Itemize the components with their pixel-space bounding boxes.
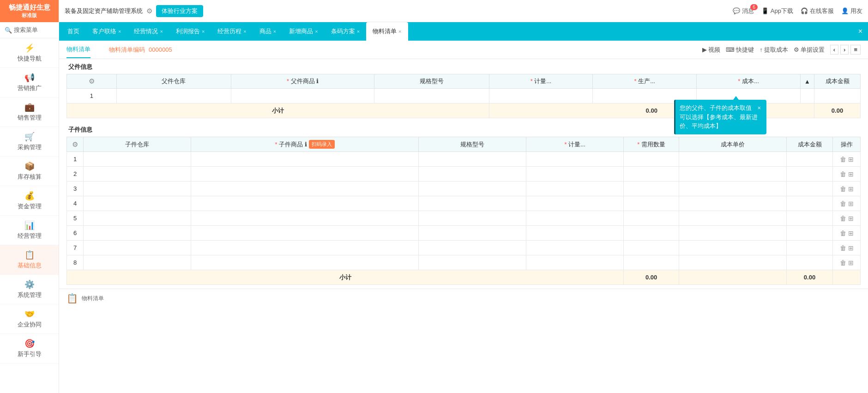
child-cell-qty-2[interactable] xyxy=(624,167,679,181)
delete-row-3[interactable]: 🗑 xyxy=(840,185,846,193)
tab-barcode-close[interactable]: × xyxy=(357,29,360,34)
tab-bom-close[interactable]: × xyxy=(398,29,401,34)
delete-row-7[interactable]: 🗑 xyxy=(840,244,846,252)
message-btn[interactable]: 💬 消息 6 xyxy=(733,7,754,15)
delete-row-5[interactable]: 🗑 xyxy=(840,215,846,222)
child-cell-warehouse-2[interactable] xyxy=(84,167,191,181)
child-cell-qty-7[interactable] xyxy=(624,241,679,255)
close-all-tabs[interactable]: × xyxy=(855,27,866,36)
child-cell-product-4[interactable] xyxy=(191,196,419,211)
parent-cell-product-1[interactable] xyxy=(231,89,374,103)
tab-barcode[interactable]: 条码方案 × xyxy=(325,22,366,41)
tab-customer[interactable]: 客户联络 × xyxy=(86,22,127,41)
copy-row-8[interactable]: ⊞ xyxy=(848,259,854,266)
copy-row-5[interactable]: ⊞ xyxy=(848,215,854,222)
action-extract-cost[interactable]: ↑ 提取成本 xyxy=(760,46,788,54)
sidebar-item-finance[interactable]: 💰 资金管理 xyxy=(0,186,59,216)
tab-profit[interactable]: 利润报告 × xyxy=(169,22,211,41)
child-cell-unit-cost-3[interactable] xyxy=(679,181,787,196)
child-cell-unit-cost-1[interactable] xyxy=(679,152,787,167)
sidebar-item-inventory[interactable]: 📦 库存核算 xyxy=(0,157,59,186)
child-cell-unit-4[interactable] xyxy=(526,196,624,211)
copy-row-3[interactable]: ⊞ xyxy=(848,185,854,193)
sidebar-item-search[interactable]: 🔍 搜索菜单 xyxy=(0,22,59,38)
action-video[interactable]: ▶ 视频 xyxy=(702,46,720,54)
child-cell-qty-4[interactable] xyxy=(624,196,679,211)
tooltip-close-btn[interactable]: × xyxy=(757,103,761,113)
sidebar-item-marketing[interactable]: 📢 营销推广 xyxy=(0,68,59,97)
sidebar-item-business[interactable]: 📊 经营管理 xyxy=(0,216,59,245)
child-cell-spec-4[interactable] xyxy=(419,196,526,211)
child-cell-unit-cost-4[interactable] xyxy=(679,196,787,211)
child-cell-warehouse-6[interactable] xyxy=(84,226,191,241)
parent-cell-spec-1[interactable] xyxy=(374,89,489,103)
parent-settings-btn[interactable]: ⚙ xyxy=(89,77,95,85)
child-cell-unit-cost-7[interactable] xyxy=(679,241,787,255)
child-cell-warehouse-8[interactable] xyxy=(84,255,191,270)
child-cell-product-7[interactable] xyxy=(191,241,419,255)
child-cell-unit-5[interactable] xyxy=(526,211,624,226)
child-cell-spec-6[interactable] xyxy=(419,226,526,241)
child-cell-warehouse-4[interactable] xyxy=(84,196,191,211)
copy-row-1[interactable]: ⊞ xyxy=(848,156,854,163)
child-cell-unit-cost-5[interactable] xyxy=(679,211,787,226)
child-cell-unit-cost-2[interactable] xyxy=(679,167,787,181)
child-cell-warehouse-3[interactable] xyxy=(84,181,191,196)
tab-operation[interactable]: 经营情况 × xyxy=(127,22,169,41)
online-service-btn[interactable]: 🎧 在线客服 xyxy=(801,7,834,15)
child-cell-spec-5[interactable] xyxy=(419,211,526,226)
delete-row-8[interactable]: 🗑 xyxy=(840,259,846,266)
child-cell-product-8[interactable] xyxy=(191,255,419,270)
action-shortcut[interactable]: ⌨ 快捷键 xyxy=(726,46,754,54)
child-settings-btn[interactable]: ⚙ xyxy=(72,140,78,149)
system-settings-btn[interactable]: ⚙ xyxy=(146,7,152,15)
child-cell-product-6[interactable] xyxy=(191,226,419,241)
delete-row-6[interactable]: 🗑 xyxy=(840,230,846,237)
action-doc-settings[interactable]: ⚙ 单据设置 xyxy=(794,46,825,54)
sidebar-item-sales[interactable]: 💼 销售管理 xyxy=(0,97,59,127)
child-cell-unit-8[interactable] xyxy=(526,255,624,270)
tab-profit-close[interactable]: × xyxy=(202,29,205,34)
parent-cell-warehouse-1[interactable] xyxy=(116,89,231,103)
sidebar-item-system[interactable]: ⚙️ 系统管理 xyxy=(0,275,59,304)
sidebar-item-quicknav[interactable]: ⚡ 快捷导航 xyxy=(0,38,59,68)
copy-row-2[interactable]: ⊞ xyxy=(848,170,854,178)
child-cell-spec-3[interactable] xyxy=(419,181,526,196)
tab-new-product-close[interactable]: × xyxy=(315,29,318,34)
list-view-btn[interactable]: ≡ xyxy=(850,45,861,54)
child-cell-qty-1[interactable] xyxy=(624,152,679,167)
child-cell-warehouse-5[interactable] xyxy=(84,211,191,226)
child-cell-warehouse-1[interactable] xyxy=(84,152,191,167)
tab-history-close[interactable]: × xyxy=(243,29,246,34)
child-cell-unit-3[interactable] xyxy=(526,181,624,196)
child-cell-product-5[interactable] xyxy=(191,211,419,226)
tab-product-close[interactable]: × xyxy=(273,29,276,34)
sidebar-item-purchase[interactable]: 🛒 采购管理 xyxy=(0,127,59,157)
tab-new-product[interactable]: 新增商品 × xyxy=(283,22,324,41)
child-cell-unit-cost-8[interactable] xyxy=(679,255,787,270)
tab-product[interactable]: 商品 × xyxy=(253,22,283,41)
child-cell-warehouse-7[interactable] xyxy=(84,241,191,255)
copy-row-6[interactable]: ⊞ xyxy=(848,230,854,237)
delete-row-1[interactable]: 🗑 xyxy=(840,156,846,163)
child-cell-spec-2[interactable] xyxy=(419,167,526,181)
child-cell-product-2[interactable] xyxy=(191,167,419,181)
child-cell-unit-2[interactable] xyxy=(526,167,624,181)
delete-row-4[interactable]: 🗑 xyxy=(840,200,846,207)
tab-operation-close[interactable]: × xyxy=(160,29,163,34)
sidebar-item-basic[interactable]: 📋 基础信息 xyxy=(0,245,59,275)
subtab-bom[interactable]: 物料清单 xyxy=(66,42,90,58)
tab-customer-close[interactable]: × xyxy=(118,29,121,34)
delete-row-2[interactable]: 🗑 xyxy=(840,170,846,178)
scan-input-btn[interactable]: 扫码录入 xyxy=(309,140,335,149)
child-cell-unit-1[interactable] xyxy=(526,152,624,167)
child-cell-qty-5[interactable] xyxy=(624,211,679,226)
child-cell-qty-6[interactable] xyxy=(624,226,679,241)
tab-history[interactable]: 经营历程 × xyxy=(211,22,253,41)
sidebar-item-collab[interactable]: 🤝 企业协同 xyxy=(0,304,59,334)
child-cell-qty-3[interactable] xyxy=(624,181,679,196)
child-cell-unit-6[interactable] xyxy=(526,226,624,241)
copy-row-4[interactable]: ⊞ xyxy=(848,200,854,207)
child-cell-spec-8[interactable] xyxy=(419,255,526,270)
child-cell-product-3[interactable] xyxy=(191,181,419,196)
